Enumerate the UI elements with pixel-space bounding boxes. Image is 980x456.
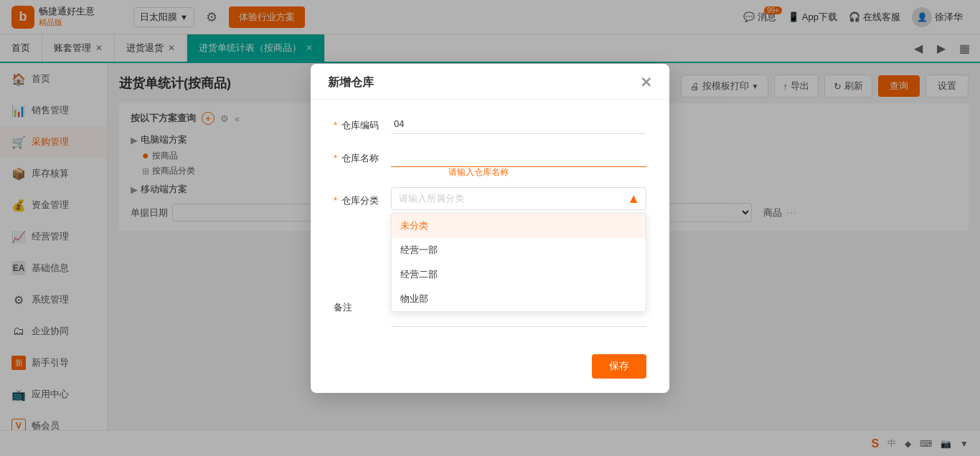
remark-label: 备注 [334, 296, 391, 314]
modal-new-warehouse: 新增仓库 ✕ * 仓库编码 * 仓库名称 请输入仓库名称 [311, 64, 669, 393]
name-label: * 仓库名称 [334, 147, 391, 165]
dropdown-arrow-icon: ▲ [627, 191, 640, 206]
required-star: * [334, 120, 337, 130]
modal-header: 新增仓库 ✕ [311, 64, 669, 100]
modal-body: * 仓库编码 * 仓库名称 请输入仓库名称 [311, 100, 669, 354]
category-dropdown[interactable]: 请输入所属分类 ▲ [391, 187, 646, 210]
form-row-code: * 仓库编码 [334, 114, 646, 134]
form-row-category: * 仓库分类 请输入所属分类 ▲ 未分类 经营一部 [334, 187, 646, 210]
name-input-wrap: 请输入仓库名称 [391, 147, 646, 167]
dropdown-option-none[interactable]: 未分类 [392, 214, 646, 238]
category-placeholder: 请输入所属分类 [399, 192, 464, 205]
modal-footer: 保存 [311, 354, 669, 379]
dropdown-option-property[interactable]: 物业部 [392, 287, 646, 311]
modal-title: 新增仓库 [328, 75, 374, 90]
dropdown-option-dept2[interactable]: 经营二部 [392, 262, 646, 287]
form-row-name: * 仓库名称 请输入仓库名称 [334, 147, 646, 167]
save-button[interactable]: 保存 [592, 354, 646, 379]
name-error-msg: 请输入仓库名称 [448, 166, 509, 179]
category-dropdown-menu: 未分类 经营一部 经营二部 物业部 [391, 213, 646, 312]
code-input[interactable] [391, 114, 646, 134]
required-star-name: * [334, 153, 337, 163]
modal-close-btn[interactable]: ✕ [640, 75, 652, 90]
category-label: * 仓库分类 [334, 189, 391, 207]
code-label: * 仓库编码 [334, 114, 391, 132]
dropdown-option-dept1[interactable]: 经营一部 [392, 238, 646, 262]
name-input[interactable] [391, 147, 646, 167]
modal-overlay[interactable]: 新增仓库 ✕ * 仓库编码 * 仓库名称 请输入仓库名称 [0, 0, 980, 456]
required-star-cat: * [334, 195, 337, 206]
